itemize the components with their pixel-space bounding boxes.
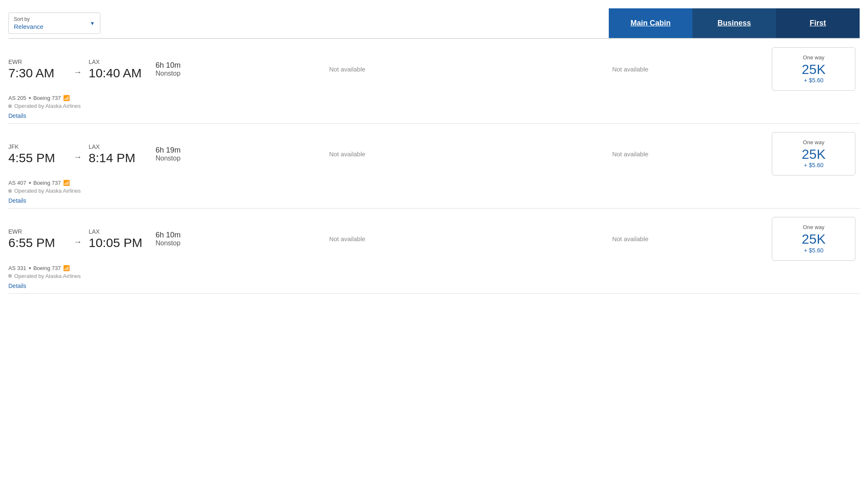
flight-meta-2: AS 407 Boeing 737 📶 Operated by Alaska A… [8,180,860,208]
details-link-3[interactable]: Details [8,283,26,289]
main-cabin-availability-3: Not available [206,235,489,242]
operated-dot-icon-3 [8,274,12,278]
flight-number-3: AS 331 [8,265,26,271]
dest-time-1: 10:40 AM [89,66,147,80]
flight-number-row-2: AS 407 Boeing 737 📶 [8,180,117,186]
operated-by-2: Operated by Alaska Airlines [8,188,117,194]
first-price-box-2[interactable]: One way 25K + $5.60 [772,132,855,176]
arrow-right-icon-1: → [74,61,82,77]
sort-value: Relevance [14,23,85,30]
dest-time-2: 8:14 PM [89,151,147,165]
origin-code-1: EWR [8,59,67,65]
tax-amount-1: + $5.60 [804,77,823,84]
aircraft-type-3: Boeing 737 [33,265,61,271]
dot-separator-1 [29,97,31,99]
tab-business[interactable]: Business [692,8,776,38]
wifi-icon-1: 📶 [63,95,70,101]
sort-area: Sort by Relevance ▼ [8,8,125,38]
details-link-2[interactable]: Details [8,197,26,204]
flight-meta-col-2: AS 407 Boeing 737 📶 Operated by Alaska A… [8,180,117,204]
flight-origin-3: EWR 6:55 PM [8,228,67,250]
operated-by-text-1: Operated by Alaska Airlines [14,103,81,109]
wifi-icon-2: 📶 [63,180,70,186]
flight-meta-col-1: AS 205 Boeing 737 📶 Operated by Alaska A… [8,95,117,119]
flight-row-3: EWR 6:55 PM → LAX 10:05 PM 6h 10m Nonsto… [8,209,860,293]
flight-meta-3: AS 331 Boeing 737 📶 Operated by Alaska A… [8,265,860,293]
miles-amount-1: 25K [802,62,826,77]
dot-separator-2 [29,182,31,184]
miles-amount-3: 25K [802,232,826,247]
one-way-label-3: One way [803,224,824,230]
duration-text-2: 6h 19m [156,146,206,155]
flight-row-1: EWR 7:30 AM → LAX 10:40 AM 6h 10m Nonsto… [8,39,860,124]
origin-time-2: 4:55 PM [8,151,67,165]
flight-main-info-3: EWR 6:55 PM → LAX 10:05 PM 6h 10m Nonsto… [8,209,860,265]
header-row: Sort by Relevance ▼ Main Cabin Business … [8,8,860,39]
operated-dot-icon-2 [8,189,12,193]
business-availability-3: Not available [489,235,772,242]
flight-row-2: JFK 4:55 PM → LAX 8:14 PM 6h 19m Nonstop… [8,124,860,209]
flight-meta-col-3: AS 331 Boeing 737 📶 Operated by Alaska A… [8,265,117,289]
business-availability-2: Not available [489,150,772,158]
operated-dot-icon-1 [8,104,12,108]
dest-code-3: LAX [89,228,147,235]
flight-number-2: AS 407 [8,180,26,186]
first-price-box-3[interactable]: One way 25K + $5.60 [772,217,855,260]
duration-text-1: 6h 10m [156,61,206,70]
dest-code-1: LAX [89,59,147,65]
aircraft-type-1: Boeing 737 [33,95,61,101]
sort-label: Sort by [14,16,85,22]
dest-code-2: LAX [89,143,147,150]
dot-separator-3 [29,267,31,269]
duration-text-3: 6h 10m [156,231,206,239]
stops-text-2: Nonstop [156,155,206,162]
tab-first[interactable]: First [776,8,860,38]
chevron-down-icon: ▼ [90,20,95,26]
flight-dest-2: LAX 8:14 PM [89,143,147,165]
flight-dest-1: LAX 10:40 AM [89,59,147,80]
origin-code-3: EWR [8,228,67,235]
main-cabin-availability-2: Not available [206,150,489,158]
cabin-tabs: Main Cabin Business First [609,8,860,38]
aircraft-type-2: Boeing 737 [33,180,61,186]
operated-by-3: Operated by Alaska Airlines [8,273,117,279]
operated-by-text-3: Operated by Alaska Airlines [14,273,81,279]
flight-dest-3: LAX 10:05 PM [89,228,147,250]
one-way-label-1: One way [803,54,824,61]
flight-main-info-1: EWR 7:30 AM → LAX 10:40 AM 6h 10m Nonsto… [8,39,860,95]
page-container: Sort by Relevance ▼ Main Cabin Business … [0,0,868,302]
sort-dropdown[interactable]: Sort by Relevance ▼ [8,13,100,34]
dest-time-3: 10:05 PM [89,236,147,250]
arrow-right-icon-3: → [74,231,82,247]
flight-number-1: AS 205 [8,95,26,101]
business-availability-1: Not available [489,66,772,73]
flight-number-row-1: AS 205 Boeing 737 📶 [8,95,117,101]
operated-by-text-2: Operated by Alaska Airlines [14,188,81,194]
wifi-icon-3: 📶 [63,265,70,271]
origin-time-1: 7:30 AM [8,66,67,80]
first-price-box-1[interactable]: One way 25K + $5.60 [772,47,855,91]
flight-origin-1: EWR 7:30 AM [8,59,67,80]
arrow-right-icon-2: → [74,146,82,162]
flight-duration-1: 6h 10m Nonstop [156,61,206,77]
origin-time-3: 6:55 PM [8,236,67,250]
flight-number-row-3: AS 331 Boeing 737 📶 [8,265,117,271]
flight-origin-2: JFK 4:55 PM [8,143,67,165]
main-cabin-availability-1: Not available [206,66,489,73]
origin-code-2: JFK [8,143,67,150]
tax-amount-3: + $5.60 [804,247,823,254]
tax-amount-2: + $5.60 [804,162,823,168]
details-link-1[interactable]: Details [8,112,26,119]
flight-main-info-2: JFK 4:55 PM → LAX 8:14 PM 6h 19m Nonstop… [8,124,860,180]
stops-text-1: Nonstop [156,70,206,77]
flight-duration-3: 6h 10m Nonstop [156,231,206,247]
flight-duration-2: 6h 19m Nonstop [156,146,206,162]
operated-by-1: Operated by Alaska Airlines [8,103,117,109]
tab-main-cabin[interactable]: Main Cabin [609,8,692,38]
flight-meta-1: AS 205 Boeing 737 📶 Operated by Alaska A… [8,95,860,123]
miles-amount-2: 25K [802,147,826,162]
flights-container: EWR 7:30 AM → LAX 10:40 AM 6h 10m Nonsto… [8,39,860,294]
one-way-label-2: One way [803,139,824,145]
header-spacer [125,8,609,38]
stops-text-3: Nonstop [156,239,206,247]
